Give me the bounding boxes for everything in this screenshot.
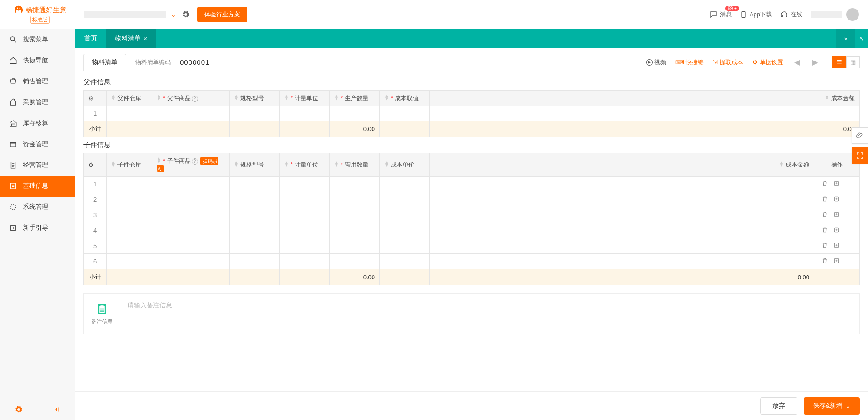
help-icon[interactable]: ? xyxy=(192,158,198,165)
add-icon[interactable] xyxy=(833,258,840,264)
user-avatar-area[interactable] xyxy=(811,8,859,21)
sidebar-item-operation[interactable]: 经营管理 xyxy=(0,155,75,176)
col-parent-spec[interactable]: 规格型号 xyxy=(230,91,280,106)
col-parent-cost-amount[interactable]: 成本金额 xyxy=(430,91,860,106)
remark-label-area: 备注信息 xyxy=(84,294,120,334)
brand-text: 畅捷通好生意 xyxy=(26,6,66,15)
sidebar-item-label: 库存核算 xyxy=(23,119,48,127)
tabs-close-all[interactable]: × xyxy=(836,29,855,48)
messages-count-badge: 99 + xyxy=(725,6,739,11)
delete-icon[interactable] xyxy=(822,196,828,202)
brand-area: 畅捷通好生意 标准版 xyxy=(5,5,75,24)
video-link[interactable]: ▶视频 xyxy=(646,58,666,66)
settings-icon[interactable] xyxy=(182,10,190,19)
col-gear[interactable]: ⚙ xyxy=(84,153,107,177)
sidebar-item-system[interactable]: 系统管理 xyxy=(0,197,75,218)
add-icon[interactable] xyxy=(833,211,840,218)
home-icon xyxy=(9,56,17,65)
col-child-qty[interactable]: 需用数量 xyxy=(330,153,380,177)
parent-row[interactable]: 1 xyxy=(84,106,860,121)
add-icon[interactable] xyxy=(833,227,840,233)
col-parent-unit[interactable]: 计量单位 xyxy=(280,91,330,106)
add-icon[interactable] xyxy=(833,180,840,187)
col-child-product[interactable]: 子件商品?扫码录入 xyxy=(152,153,230,177)
prev-doc-icon[interactable]: ◀ xyxy=(792,58,802,66)
child-row[interactable]: 3 xyxy=(84,207,860,223)
shortcut-link[interactable]: ⌨快捷键 xyxy=(675,58,704,66)
child-subtotal-row: 小计0.000.00 xyxy=(84,269,860,285)
report-icon xyxy=(9,161,17,169)
child-row[interactable]: 6 xyxy=(84,254,860,269)
svg-rect-2 xyxy=(11,183,16,189)
footer-bar: 放弃 保存&新增⌄ xyxy=(75,391,868,420)
save-new-button[interactable]: 保存&新增⌄ xyxy=(804,397,860,415)
sidebar-bottom xyxy=(0,399,75,420)
child-table: ⚙ 子件仓库 子件商品?扫码录入 规格型号 计量单位 需用数量 成本单价 成本金… xyxy=(83,153,860,285)
delete-icon[interactable] xyxy=(822,242,828,248)
tab-bom[interactable]: 物料清单 × xyxy=(106,29,156,48)
sidebar-item-label: 系统管理 xyxy=(23,203,48,211)
sidebar-collapse-icon[interactable] xyxy=(52,405,61,414)
sidebar-item-inventory[interactable]: 库存核算 xyxy=(0,113,75,134)
sidebar-item-search[interactable]: 搜索菜单 xyxy=(0,29,75,50)
doc-settings-label: 单据设置 xyxy=(760,58,783,66)
solution-button[interactable]: 体验行业方案 xyxy=(197,7,247,22)
extract-cost-link[interactable]: ⇲提取成本 xyxy=(713,58,743,66)
search-icon xyxy=(9,35,17,44)
close-icon[interactable]: × xyxy=(143,35,147,42)
remark-input[interactable] xyxy=(120,294,859,334)
sidebar-item-guide[interactable]: 新手引导 xyxy=(0,218,75,238)
company-select[interactable]: ⌄ xyxy=(84,11,176,18)
col-gear[interactable]: ⚙ xyxy=(84,91,107,106)
messages-link[interactable]: 消息 99 + xyxy=(710,10,732,19)
col-parent-product[interactable]: 父件商品? xyxy=(152,91,230,106)
col-child-spec[interactable]: 规格型号 xyxy=(230,153,280,177)
delete-icon[interactable] xyxy=(822,227,828,233)
extract-icon: ⇲ xyxy=(713,59,718,66)
help-icon[interactable]: ? xyxy=(192,96,198,102)
sidebar-item-basic[interactable]: 基础信息 xyxy=(0,176,75,197)
col-parent-warehouse[interactable]: 父件仓库 xyxy=(107,91,152,106)
tabs-expand-icon[interactable]: ⤡ xyxy=(855,29,868,48)
child-row[interactable]: 2 xyxy=(84,192,860,207)
sidebar-item-funds[interactable]: 资金管理 xyxy=(0,134,75,155)
sidebar-item-quicknav[interactable]: 快捷导航 xyxy=(0,50,75,71)
shortcut-label: 快捷键 xyxy=(686,58,704,66)
row-index: 1 xyxy=(84,106,107,121)
add-icon[interactable] xyxy=(833,196,840,202)
delete-icon[interactable] xyxy=(822,211,828,218)
system-icon xyxy=(9,203,17,211)
child-row[interactable]: 4 xyxy=(84,223,860,238)
attachment-icon[interactable] xyxy=(852,127,868,144)
next-doc-icon[interactable]: ▶ xyxy=(811,58,820,66)
view-grid-icon[interactable]: ▦ xyxy=(846,56,860,68)
add-icon[interactable] xyxy=(833,242,840,248)
fullscreen-icon[interactable] xyxy=(852,147,868,164)
delete-icon[interactable] xyxy=(822,258,828,264)
chevron-down-icon: ⌄ xyxy=(171,11,176,18)
col-parent-qty[interactable]: 生产数量 xyxy=(330,91,380,106)
guide-icon xyxy=(9,224,17,232)
col-child-cost-amount[interactable]: 成本金额 xyxy=(430,153,814,177)
col-child-unit[interactable]: 计量单位 xyxy=(280,153,330,177)
money-icon xyxy=(9,140,17,148)
subtab-bom[interactable]: 物料清单 xyxy=(83,54,126,71)
view-list-icon[interactable]: ☰ xyxy=(832,56,846,68)
tab-home[interactable]: 首页 xyxy=(75,29,106,48)
sidebar-item-label: 新手引导 xyxy=(23,224,48,232)
user-name-redacted xyxy=(811,11,842,18)
col-child-warehouse[interactable]: 子件仓库 xyxy=(107,153,152,177)
app-download-link[interactable]: App下载 xyxy=(740,10,772,19)
discard-button[interactable]: 放弃 xyxy=(760,397,797,415)
child-row[interactable]: 5 xyxy=(84,238,860,254)
parent-subtotal-row: 小计 0.00 0.00 xyxy=(84,121,860,137)
col-child-cost-unit[interactable]: 成本单价 xyxy=(380,153,430,177)
col-parent-cost-method[interactable]: 成本取值 xyxy=(380,91,430,106)
sidebar-settings-icon[interactable] xyxy=(15,405,23,414)
child-row[interactable]: 1 xyxy=(84,177,860,192)
delete-icon[interactable] xyxy=(822,180,828,187)
online-support-link[interactable]: 在线 xyxy=(780,10,802,19)
doc-settings-link[interactable]: ⚙单据设置 xyxy=(752,58,783,66)
sidebar-item-sales[interactable]: 销售管理 xyxy=(0,71,75,92)
sidebar-item-purchase[interactable]: 采购管理 xyxy=(0,92,75,113)
